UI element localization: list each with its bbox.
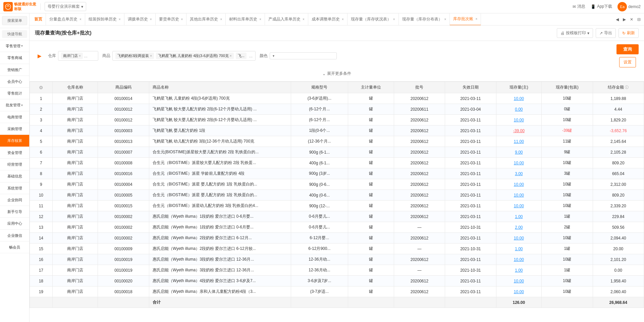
sidebar-item-14[interactable]: 新手引导 xyxy=(0,206,29,218)
sidebar-item-16[interactable]: 企业微信 xyxy=(0,230,29,241)
warehouse-tag-close[interactable]: × xyxy=(79,54,81,58)
product-ellipsis[interactable]: ... xyxy=(249,54,253,58)
sidebar-item-9[interactable]: 资金管理 xyxy=(0,147,29,159)
product-input[interactable]: 飞鹤奶粉3段两提装 × 飞鹤星飞帆 儿童奶粉 4段(3-6岁适用) 700克 ×… xyxy=(112,51,256,61)
tab-close-icon[interactable]: × xyxy=(259,17,261,21)
search-menu-button[interactable]: 搜索菜单 xyxy=(2,16,27,25)
tab-prev-button[interactable]: ◀ xyxy=(614,16,621,23)
product-tag1-close[interactable]: × xyxy=(150,54,152,58)
balance-info-icon[interactable]: ⓘ xyxy=(625,85,629,89)
cell-balance: 665.04 xyxy=(593,168,644,179)
query-button[interactable]: 查询 xyxy=(616,44,639,54)
sidebar-item-3[interactable]: 会员中心 xyxy=(0,76,29,88)
tab-item-6[interactable]: 材料出库单历史× xyxy=(226,13,265,25)
cell-warehouse: 南岸门店 xyxy=(52,222,98,233)
sidebar-item-8[interactable]: 库存核算 xyxy=(0,135,29,147)
tab-item-10[interactable]: 现存量（库存分布表）× xyxy=(399,13,450,25)
tab-close-icon[interactable]: × xyxy=(342,17,344,21)
sidebar-item-11[interactable]: 基础信息 xyxy=(0,170,29,182)
template-print-button[interactable]: 🖨 按模板打印 ▾ xyxy=(557,28,593,38)
quick-nav-button[interactable]: 快捷导航 xyxy=(2,30,27,38)
cell-stock-main[interactable]: 10.00 xyxy=(496,276,542,286)
cell-stock-main[interactable]: 10.00 xyxy=(496,201,542,211)
sidebar-arrow-icon: ▼ xyxy=(20,44,23,48)
cell-stock-main[interactable]: 10.00 xyxy=(496,179,542,190)
tab-item-2[interactable]: 组装拆卸单历史× xyxy=(85,13,124,25)
cell-stock-main[interactable]: 9.00 xyxy=(496,147,542,158)
cell-stock-main[interactable]: 10.00 xyxy=(496,93,542,104)
cell-stock-main[interactable]: 10.00 xyxy=(496,115,542,125)
sidebar-item-4[interactable]: 零售统计 xyxy=(0,88,29,99)
sidebar-item-17[interactable]: 畅会员 xyxy=(0,241,29,253)
settings-button[interactable]: 设置 xyxy=(619,57,636,67)
tab-item-0[interactable]: 首页 xyxy=(31,13,46,25)
cell-stock-main[interactable]: 10.00 xyxy=(496,233,542,244)
sidebar-item-6[interactable]: 电商管理 xyxy=(0,111,29,123)
warehouse-filter: 仓库 南岸门店 × ... xyxy=(48,51,98,61)
tab-item-1[interactable]: 分量盘点单历史× xyxy=(46,13,85,25)
tab-item-9[interactable]: 现存量（库存状况表）× xyxy=(347,13,399,25)
tab-item-7[interactable]: 产成品入库单历史× xyxy=(265,13,308,25)
cell-code: 00100004 xyxy=(98,179,149,190)
cell-stock-main[interactable]: 2.00 xyxy=(496,222,542,233)
sidebar-item-13[interactable]: 企业协同 xyxy=(0,194,29,206)
tab-menu-button[interactable]: ⊟ xyxy=(635,16,643,23)
warehouse-ellipsis[interactable]: ... xyxy=(84,54,88,58)
tab-item-4[interactable]: 要货单历史× xyxy=(156,13,187,25)
tab-item-5[interactable]: 其他出库单历史× xyxy=(186,13,226,25)
sidebar-item-5[interactable]: 批发管理▼ xyxy=(0,99,29,111)
tab-close-icon[interactable]: × xyxy=(303,17,305,21)
table-row: 7 南岸门店 00100008 合生元（BIOSTIME）派星较大婴儿配方奶粉 … xyxy=(30,158,644,168)
cell-stock-main[interactable]: 1.00 xyxy=(496,244,542,254)
tab-close-icon[interactable]: × xyxy=(475,17,477,21)
tab-next-button[interactable]: ▶ xyxy=(621,16,628,23)
tab-close-icon[interactable]: × xyxy=(444,17,446,21)
tab-item-8[interactable]: 成本调整单历史× xyxy=(308,13,347,25)
tab-item-11[interactable]: 库存批次账× xyxy=(450,13,481,25)
tab-close-icon[interactable]: × xyxy=(181,17,183,21)
footer-total-stock: 126.00 xyxy=(496,297,542,308)
industry-selector[interactable]: 母婴行业演示账套 ▾ xyxy=(45,2,86,11)
cell-index: 6 xyxy=(30,147,53,158)
sidebar-item-10[interactable]: 经营管理 xyxy=(0,159,29,170)
tab-close-icon[interactable]: × xyxy=(220,17,222,21)
cell-stock-main[interactable]: 1.00 xyxy=(496,211,542,222)
cell-stock-main[interactable]: 10.00 xyxy=(496,158,542,168)
sidebar-item-12[interactable]: 系统管理 xyxy=(0,182,29,194)
cell-unit: 罐 xyxy=(348,168,394,179)
sidebar-item-2[interactable]: 营销推广 xyxy=(0,64,29,76)
cell-stock-main[interactable]: 10.00 xyxy=(496,286,542,297)
cell-stock-main[interactable]: 10.00 xyxy=(496,254,542,265)
cell-stock-main[interactable]: 0.00 xyxy=(496,104,542,115)
warehouse-input[interactable]: 南岸门店 × ... xyxy=(58,51,98,61)
product-tag2-close[interactable]: × xyxy=(230,54,232,58)
col-settings-icon[interactable]: ⚙ xyxy=(39,85,43,90)
tab-close-icon[interactable]: × xyxy=(150,17,152,21)
user-avatar[interactable]: Ea demo2 xyxy=(618,2,641,11)
tab-label: 调拨单历史 xyxy=(128,16,148,22)
cell-stock-main[interactable]: 10.00 xyxy=(496,190,542,201)
export-button[interactable]: ↗ 导出 xyxy=(596,28,616,38)
tab-close-icon[interactable]: × xyxy=(79,17,82,21)
tab-close-button[interactable]: ✕ xyxy=(628,16,635,23)
cell-stock-main[interactable]: 11.00 xyxy=(496,136,542,147)
message-button[interactable]: ✉ 消息 xyxy=(573,4,585,9)
refresh-button[interactable]: ↻ 刷新 xyxy=(619,28,639,38)
filter-expand-arrow[interactable]: ▶ xyxy=(35,52,44,60)
sidebar-item-15[interactable]: 应用中心 xyxy=(0,218,29,229)
sidebar-item-0[interactable]: 零售管理▼ xyxy=(0,40,29,52)
tab-item-3[interactable]: 调拨单历史× xyxy=(124,13,156,25)
tab-close-icon[interactable]: × xyxy=(119,17,121,21)
app-download-button[interactable]: 📱 App下载 xyxy=(591,4,612,9)
sidebar-item-1[interactable]: 零售商城 xyxy=(0,52,29,64)
sidebar-item-7[interactable]: 采购管理 xyxy=(0,123,29,135)
tab-close-icon[interactable]: × xyxy=(393,17,395,21)
cell-stock-main[interactable]: 3.00 xyxy=(496,168,542,179)
color-input[interactable]: ▾ xyxy=(270,52,337,59)
cell-unit: 罐 xyxy=(348,276,394,286)
cell-stock-main[interactable]: 1.00 xyxy=(496,265,542,276)
cell-index: 18 xyxy=(30,276,53,286)
expand-conditions-button[interactable]: ⌄ 展开更多条件 xyxy=(320,69,354,78)
cell-stock-main[interactable]: -39.00 xyxy=(496,125,542,136)
cell-spec: 1段(0-6个... xyxy=(291,125,348,136)
